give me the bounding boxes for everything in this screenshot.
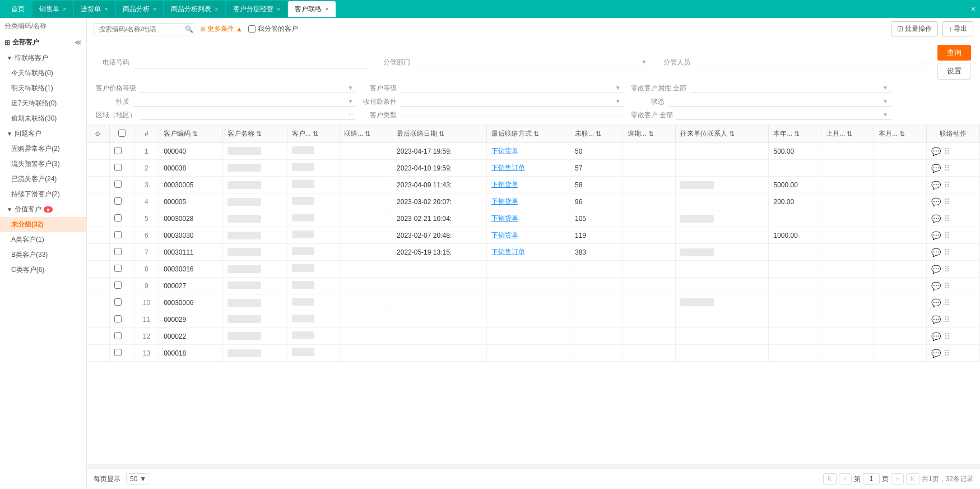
row-select-checkbox[interactable] (114, 197, 122, 205)
filter-region-select[interactable]: ··· (140, 110, 356, 120)
col-not-contacted-sort[interactable]: ⇅ (596, 130, 601, 138)
row-select-checkbox[interactable] (114, 265, 122, 272)
more-action-icon[interactable]: ⠿ (944, 164, 950, 173)
sidebar-tomorrow-pending[interactable]: 明天待联络(1) (0, 81, 86, 96)
row-select-checkbox[interactable] (114, 298, 122, 306)
row-select-checkbox[interactable] (114, 231, 122, 238)
filter-manager-select[interactable]: ··· (694, 57, 931, 67)
col-settings[interactable]: ⚙ (87, 125, 109, 143)
sidebar-declining[interactable]: 持续下滑客户(2) (0, 187, 86, 202)
close-all-button[interactable]: × (971, 4, 976, 13)
filter-customer-grade-select[interactable]: ▼ (400, 83, 624, 93)
col-overdue-sort[interactable]: ⇅ (648, 130, 654, 138)
filter-dept-select[interactable]: ▼ (414, 57, 651, 67)
tab-analysis-list[interactable]: 商品分析列表 × (164, 1, 225, 17)
filter-price-grade-select[interactable]: ▼ (140, 83, 356, 93)
select-all-checkbox[interactable] (118, 130, 126, 137)
row-select-checkbox[interactable] (114, 349, 122, 356)
filter-more-btn[interactable]: ⊛ 更多条件 ▲ (200, 24, 243, 34)
contact-icon[interactable]: 💬 (931, 315, 941, 324)
col-this-year-sort[interactable]: ⇅ (794, 130, 800, 138)
filter-payment-select[interactable]: ▼ (400, 96, 624, 107)
contact-method-link[interactable]: 下销售订单 (491, 164, 525, 172)
contact-icon[interactable]: 💬 (931, 231, 941, 240)
contact-icon[interactable]: 💬 (931, 147, 941, 156)
filter-status-select[interactable]: ▼ (668, 96, 891, 107)
contact-method-link[interactable]: 下销货单 (491, 197, 518, 205)
contact-method-link[interactable]: 下销售订单 (491, 248, 525, 256)
col-company-contact-sort[interactable]: ⇅ (729, 130, 735, 138)
row-select-checkbox[interactable] (114, 164, 122, 171)
filter-search-icon[interactable]: 🔍 (185, 25, 193, 33)
sidebar-search-input[interactable] (4, 22, 87, 30)
col-last-contact-date-sort[interactable]: ⇅ (439, 130, 444, 138)
row-select-checkbox[interactable] (114, 315, 122, 322)
filter-scatter-attr-select[interactable]: ▼ (690, 83, 891, 93)
tab-analysis-close[interactable]: × (153, 6, 156, 12)
prev-page-btn[interactable]: < (839, 473, 852, 485)
sidebar-week-pending[interactable]: 近7天待联络(0) (0, 96, 86, 111)
col-last-contact-method-sort[interactable]: ⇅ (533, 130, 539, 138)
tab-sales[interactable]: 销售单 × (32, 1, 73, 17)
tab-sales-close[interactable]: × (63, 6, 66, 12)
row-select-checkbox[interactable] (114, 214, 122, 222)
contact-icon[interactable]: 💬 (931, 197, 941, 206)
more-action-icon[interactable]: ⠿ (944, 214, 950, 223)
row-select-checkbox[interactable] (114, 332, 122, 339)
tab-purchase-close[interactable]: × (104, 6, 108, 12)
more-action-icon[interactable]: ⠿ (944, 265, 950, 274)
row-select-checkbox[interactable] (114, 147, 122, 154)
page-input[interactable] (863, 473, 880, 485)
sidebar-churn-warning[interactable]: 流失预警客户(3) (0, 156, 86, 172)
filter-search-input[interactable] (99, 25, 183, 33)
tab-analysis[interactable]: 商品分析 × (116, 1, 163, 17)
tab-customer-contact-close[interactable]: × (325, 6, 328, 12)
col-last-month-sort[interactable]: ⇅ (847, 130, 852, 138)
sidebar-overdue-pending[interactable]: 逾期未联络(30) (0, 111, 86, 126)
row-select-checkbox[interactable] (114, 248, 122, 255)
contact-method-link[interactable]: 下销货单 (491, 214, 518, 222)
export-btn[interactable]: ↑ 导出 (942, 21, 973, 36)
col-contact-sort[interactable]: ⇅ (365, 130, 370, 138)
more-action-icon[interactable]: ⠿ (944, 231, 950, 240)
contact-method-link[interactable]: 下销货单 (491, 147, 518, 155)
contact-icon[interactable]: 💬 (931, 164, 941, 173)
contact-icon[interactable]: 💬 (931, 265, 941, 274)
contact-icon[interactable]: 💬 (931, 332, 941, 341)
contact-icon[interactable]: 💬 (931, 298, 941, 307)
contact-icon[interactable]: 💬 (931, 282, 941, 290)
contact-icon[interactable]: 💬 (931, 181, 941, 190)
sidebar-today-pending[interactable]: 今天待联络(0) (0, 66, 86, 81)
more-action-icon[interactable]: ⠿ (944, 282, 950, 290)
contact-icon[interactable]: 💬 (931, 214, 941, 223)
tab-customer-mgr[interactable]: 客户分层经营 × (226, 1, 287, 17)
filter-scatter-customer-select[interactable]: ▼ (676, 110, 891, 120)
problem-customer-group[interactable]: ▼ 问题客户 (0, 126, 86, 141)
more-action-icon[interactable]: ⠿ (944, 332, 950, 341)
more-action-icon[interactable]: ⠿ (944, 298, 950, 307)
more-action-icon[interactable]: ⠿ (944, 248, 950, 257)
next-page-btn[interactable]: > (891, 473, 904, 485)
horizontal-scrollbar[interactable] (87, 464, 980, 468)
my-customers-checkbox[interactable] (248, 25, 256, 33)
col-type-sort[interactable]: ⇅ (313, 130, 318, 138)
col-this-month-sort[interactable]: ⇅ (899, 130, 905, 138)
per-page-select[interactable]: 50 ▼ (126, 473, 150, 485)
settings-icon[interactable]: ⚙ (95, 130, 101, 138)
sidebar-abnormal-purchase[interactable]: 固购异常客户(2) (0, 141, 86, 156)
tab-analysis-list-close[interactable]: × (215, 6, 218, 12)
more-action-icon[interactable]: ⠿ (944, 315, 950, 324)
sidebar-churned[interactable]: 已流失客户(24) (0, 172, 86, 187)
more-action-icon[interactable]: ⠿ (944, 181, 950, 190)
filter-phone-input[interactable] (133, 57, 370, 68)
tab-customer-contact[interactable]: 客户联络 × (288, 1, 335, 17)
tab-customer-mgr-close[interactable]: × (277, 6, 280, 12)
last-page-btn[interactable]: K (906, 473, 919, 485)
sidebar-class-c[interactable]: C类客户(6) (0, 262, 86, 278)
more-action-icon[interactable]: ⠿ (944, 147, 950, 156)
contact-icon[interactable]: 💬 (931, 248, 941, 257)
query-btn[interactable]: 查询 (937, 45, 971, 61)
contact-method-link[interactable]: 下销货单 (491, 231, 518, 239)
sidebar-class-a[interactable]: A类客户(1) (0, 232, 86, 247)
filter-customer-type-select[interactable] (400, 113, 624, 117)
